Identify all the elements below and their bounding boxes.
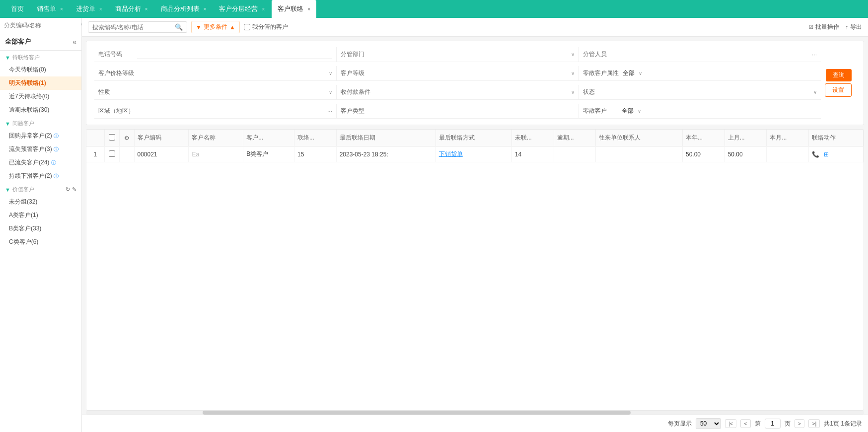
search-icon[interactable]: 🔍 <box>175 23 183 31</box>
content-area: 🔍 ▼ 更多条件 ▲ 我分管的客户 ☑ 批量操作 ↑ 导出 <box>82 18 868 432</box>
search-wrap: 🔍 <box>88 21 187 33</box>
td-code: 000021 <box>134 146 189 162</box>
table-header-row: ⚙ 客户编码 客户名称 客户... 联络... 最后联络日期 最后联络方式 未联… <box>86 130 864 146</box>
main-layout: 🔍 全部客户 « ▼ 待联络客户 今天待联络(0) 明天待联络(1) 近7天待联… <box>0 18 868 432</box>
sidebar-item-churn-warning[interactable]: 流失预警客户(3) ⓘ <box>0 143 81 156</box>
customer-table: ⚙ 客户编码 客户名称 客户... 联络... 最后联络日期 最后联络方式 未联… <box>86 130 864 162</box>
row-checkbox[interactable] <box>109 150 115 157</box>
th-gear[interactable]: ⚙ <box>119 130 134 146</box>
close-sales-icon[interactable]: × <box>60 6 63 12</box>
sidebar-item-ungrouped[interactable]: 未分组(32) <box>0 195 81 209</box>
sidebar-item-tomorrow[interactable]: 明天待联络(1) <box>0 76 81 90</box>
filter-cell-price-grade: 客户价格等级 ∨ <box>94 66 337 81</box>
last-method-link[interactable]: 下销货单 <box>439 150 463 157</box>
filter-cell-phone: 电话号码 <box>94 47 337 62</box>
price-grade-dropdown-icon[interactable]: ∨ <box>329 71 332 76</box>
query-button[interactable]: 查询 <box>826 69 852 81</box>
last-page-btn[interactable]: >| <box>808 419 820 428</box>
cust-grade-dropdown-icon[interactable]: ∨ <box>571 71 575 76</box>
batch-ops-btn[interactable]: ☑ 批量操作 <box>809 23 839 31</box>
retail-attr-dropdown-icon[interactable]: ∨ <box>639 71 642 76</box>
th-type: 客户... <box>243 130 294 146</box>
td-name: Ea <box>189 146 243 162</box>
settings-button[interactable]: 设置 <box>825 83 852 97</box>
sidebar-item-overdue[interactable]: 逾期未联络(30) <box>0 103 81 117</box>
first-page-btn[interactable]: |< <box>725 419 736 428</box>
th-code: 客户编码 <box>134 130 189 146</box>
nav-home[interactable]: 首页 <box>5 2 30 15</box>
sidebar-item-class-b[interactable]: B类客户(33) <box>0 222 81 235</box>
action-qrcode-icon[interactable]: ⊞ <box>824 151 829 158</box>
filter-row-4: 区域（地区） ··· 客户类型 零散客户 全部 ∨ <box>94 102 821 121</box>
filter-cell-retail-attr: 零散客户属性 全部 ∨ <box>579 66 821 81</box>
page-number-input[interactable] <box>765 419 781 429</box>
sidebar-item-class-a[interactable]: A类客户(1) <box>0 209 81 222</box>
filter-cell-payment: 收付款条件 ∨ <box>337 85 579 100</box>
td-checkbox[interactable] <box>104 146 119 162</box>
filter-cell-status: 状态 ∨ <box>579 85 821 100</box>
td-this-month <box>767 146 809 162</box>
td-unit-contact <box>596 146 683 162</box>
search-input[interactable] <box>92 24 172 31</box>
sidebar-collapse-icon[interactable]: « <box>72 38 76 46</box>
sidebar-item-7days[interactable]: 近7天待联络(0) <box>0 90 81 103</box>
filter-panel: 电话号码 分管部门 ∨ 分管人员 ··· <box>86 41 864 125</box>
th-name: 客户名称 <box>189 130 243 146</box>
pagination: 每页显示 50 100 200 |< < 第 页 > >| 共1页 1条记录 <box>82 415 868 432</box>
close-analysis-list-icon[interactable]: × <box>204 6 207 12</box>
retail-cust-dropdown-icon[interactable]: ∨ <box>638 108 641 114</box>
nav-item-customer-layer[interactable]: 客户分层经营 × <box>213 0 271 18</box>
th-this-year: 本年... <box>682 130 724 146</box>
close-analysis-icon[interactable]: × <box>145 6 148 12</box>
th-seq <box>86 130 104 146</box>
nav-item-analysis[interactable]: 商品分析 × <box>109 0 154 18</box>
th-overdue: 逾期... <box>554 130 596 146</box>
th-last-date: 最后联络日期 <box>336 130 435 146</box>
my-customers-checkbox[interactable] <box>244 24 250 30</box>
export-btn[interactable]: ↑ 导出 <box>845 23 862 31</box>
action-phone-icon[interactable]: 📞 <box>812 151 819 158</box>
region-more-icon[interactable]: ··· <box>327 108 332 115</box>
sidebar-item-class-c[interactable]: C类客户(6) <box>0 235 81 249</box>
gear-icon[interactable]: ⚙ <box>124 135 130 142</box>
prev-page-btn[interactable]: < <box>740 419 750 428</box>
per-page-select[interactable]: 50 100 200 <box>696 418 721 429</box>
scrollbar-thumb <box>203 411 631 415</box>
section-problem-customer: ▼ 问题客户 <box>0 117 81 129</box>
sidebar-search-input[interactable] <box>4 22 78 29</box>
more-filter-btn[interactable]: ▼ 更多条件 ▲ <box>191 21 240 33</box>
th-this-month: 本月... <box>767 130 809 146</box>
filter-row-3: 性质 ∨ 收付款条件 ∨ 状态 ∨ <box>94 83 821 102</box>
person-more-icon[interactable]: ··· <box>812 51 817 58</box>
nav-item-customer-contact[interactable]: 客户联络 × <box>272 0 316 18</box>
total-records: 共1页 1条记录 <box>824 420 862 428</box>
select-all-checkbox[interactable] <box>109 134 115 141</box>
close-contact-icon[interactable]: × <box>307 6 310 12</box>
table-row: 1 000021 Ea B类客户 15 2023-05-23 18:25: 下销… <box>86 146 864 162</box>
sidebar-item-today[interactable]: 今天待联络(0) <box>0 63 81 76</box>
sidebar-item-churned[interactable]: 已流失客户(24) ⓘ <box>0 156 81 169</box>
close-layer-icon[interactable]: × <box>262 6 265 12</box>
td-this-year: 50.00 <box>682 146 724 162</box>
th-last-method: 最后联络方式 <box>435 130 511 146</box>
my-customers-checkbox-label[interactable]: 我分管的客户 <box>244 23 288 31</box>
payment-dropdown-icon[interactable]: ∨ <box>571 89 575 95</box>
nav-item-purchase[interactable]: 进货单 × <box>70 0 108 18</box>
section-value-customer: ▼ 价值客户 ↻ ✎ <box>0 183 81 195</box>
status-dropdown-icon[interactable]: ∨ <box>813 89 817 95</box>
td-last-month: 50.00 <box>724 146 767 162</box>
sidebar-item-declining[interactable]: 持续下滑客户(2) ⓘ <box>0 169 81 183</box>
nav-item-sales[interactable]: 销售单 × <box>31 0 69 18</box>
horizontal-scrollbar[interactable] <box>86 411 864 415</box>
close-purchase-icon[interactable]: × <box>99 6 102 12</box>
filter-phone-input[interactable] <box>137 50 332 59</box>
next-page-btn[interactable]: > <box>795 419 804 428</box>
sidebar-item-repurchase-abnormal[interactable]: 回购异常客户(2) ⓘ <box>0 129 81 143</box>
th-checkbox <box>104 130 119 146</box>
dept-dropdown-icon[interactable]: ∨ <box>571 52 575 57</box>
nature-dropdown-icon[interactable]: ∨ <box>329 89 332 95</box>
nav-item-analysis-list[interactable]: 商品分析列表 × <box>155 0 213 18</box>
filter-cell-person: 分管人员 ··· <box>579 47 821 62</box>
sidebar-all-customers[interactable]: 全部客户 « <box>0 33 81 51</box>
td-overdue <box>554 146 596 162</box>
